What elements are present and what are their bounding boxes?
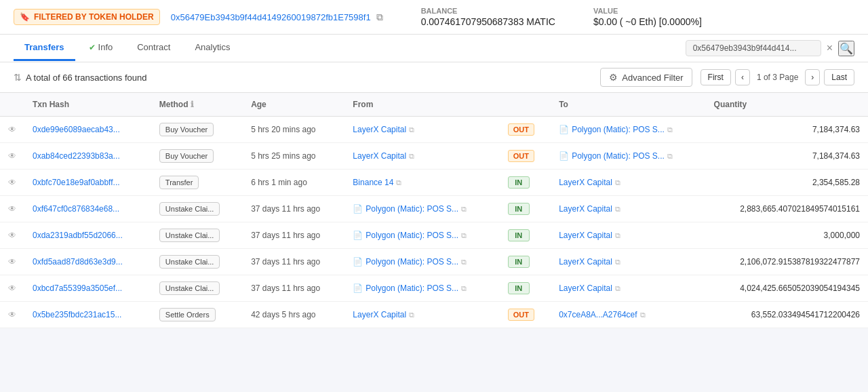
to-link[interactable]: LayerX Capital	[559, 283, 612, 293]
txn-hash-link[interactable]: 0xda2319adbf55d2066...	[33, 231, 123, 240]
method-badge: Unstake Clai...	[159, 202, 220, 216]
txn-hash-link[interactable]: 0xf647cf0c876834e68...	[33, 204, 119, 214]
direction-cell: IN	[500, 275, 551, 302]
doc-icon: 📄	[559, 125, 569, 134]
eye-cell[interactable]: 👁	[0, 170, 24, 196]
close-button[interactable]: ×	[827, 42, 833, 54]
nav-tabs: Transfers ✔ Info Contract Analytics	[14, 35, 241, 61]
col-eye	[0, 93, 24, 117]
copy-from-icon[interactable]: ⧉	[461, 205, 467, 214]
copy-to-icon[interactable]: ⧉	[615, 258, 620, 267]
txn-hash-link[interactable]: 0xbfc70e18e9af0abbff...	[33, 178, 120, 187]
copy-from-icon[interactable]: ⧉	[409, 125, 414, 134]
from-link[interactable]: LayerX Capital	[353, 125, 406, 134]
method-cell: Settle Orders	[151, 302, 243, 328]
col-method: Method ℹ	[151, 93, 243, 117]
eye-icon[interactable]: 👁	[8, 178, 16, 187]
hash-cell: 0xbcd7a55399a3505ef...	[24, 275, 151, 302]
eye-icon[interactable]: 👁	[8, 257, 16, 267]
eye-cell[interactable]: 👁	[0, 222, 24, 249]
copy-address-icon[interactable]: ⧉	[376, 12, 383, 23]
first-page-button[interactable]: First	[701, 69, 731, 85]
to-link[interactable]: LayerX Capital	[559, 257, 612, 267]
from-link[interactable]: Polygon (Matic): POS S...	[366, 257, 458, 267]
search-button[interactable]: 🔍	[838, 41, 854, 56]
to-link[interactable]: Polygon (Matic): POS S...	[572, 125, 665, 134]
quantity-cell: 7,184,374.63	[706, 143, 868, 170]
copy-to-icon[interactable]: ⧉	[615, 205, 620, 214]
direction-badge: IN	[508, 282, 530, 294]
eye-icon[interactable]: 👁	[8, 125, 16, 134]
doc-icon: 📄	[353, 204, 363, 214]
eye-cell[interactable]: 👁	[0, 275, 24, 302]
copy-from-icon[interactable]: ⧉	[396, 178, 401, 187]
tab-contract[interactable]: Contract	[126, 35, 181, 61]
to-link[interactable]: 0x7ceA8A...A2764cef	[559, 310, 637, 319]
copy-to-icon[interactable]: ⧉	[615, 178, 620, 187]
to-cell: 0x7ceA8A...A2764cef ⧉	[551, 302, 705, 328]
doc-icon: 📄	[353, 231, 363, 240]
table-row: 👁 0xbfc70e18e9af0abbff... Transfer 6 hrs…	[0, 170, 868, 196]
to-link[interactable]: Polygon (Matic): POS S...	[572, 151, 665, 161]
from-link[interactable]: LayerX Capital	[353, 310, 406, 319]
eye-icon[interactable]: 👁	[8, 231, 16, 240]
tab-analytics[interactable]: Analytics	[184, 35, 241, 61]
copy-from-icon[interactable]: ⧉	[409, 311, 414, 319]
col-from: From	[344, 93, 499, 117]
col-txn-hash: Txn Hash	[24, 93, 151, 117]
eye-cell[interactable]: 👁	[0, 249, 24, 275]
direction-cell: OUT	[500, 302, 551, 328]
direction-cell: OUT	[500, 117, 551, 143]
to-link[interactable]: LayerX Capital	[559, 231, 612, 240]
eye-cell[interactable]: 👁	[0, 302, 24, 328]
from-link[interactable]: Polygon (Matic): POS S...	[366, 231, 458, 240]
quantity-cell: 7,184,374.63	[706, 117, 868, 143]
toolbar-right: ⚙ Advanced Filter First ‹ 1 of 3 Page › …	[600, 68, 854, 87]
copy-to-icon[interactable]: ⧉	[615, 231, 620, 240]
age-cell: 37 days 11 hrs ago	[243, 196, 344, 222]
from-link[interactable]: Polygon (Matic): POS S...	[366, 204, 458, 214]
txn-hash-link[interactable]: 0xbcd7a55399a3505ef...	[33, 283, 122, 293]
copy-from-icon[interactable]: ⧉	[461, 258, 467, 267]
txn-hash-link[interactable]: 0x5be235fbdc231ac15...	[33, 310, 121, 319]
tab-info[interactable]: ✔ Info	[78, 35, 124, 61]
last-page-button[interactable]: Last	[824, 69, 854, 85]
advanced-filter-button[interactable]: ⚙ Advanced Filter	[600, 68, 692, 87]
quantity-cell: 2,883,665.407021849574015161	[706, 196, 868, 222]
copy-to-icon[interactable]: ⧉	[615, 284, 620, 293]
eye-icon[interactable]: 👁	[8, 283, 16, 293]
txn-hash-link[interactable]: 0xde99e6089aecab43...	[33, 125, 120, 134]
from-cell: 📄 Polygon (Matic): POS S... ⧉	[344, 275, 499, 302]
to-link[interactable]: LayerX Capital	[559, 204, 612, 214]
prev-page-button[interactable]: ‹	[735, 69, 750, 85]
eye-cell[interactable]: 👁	[0, 117, 24, 143]
copy-from-icon[interactable]: ⧉	[461, 284, 467, 293]
from-link[interactable]: Polygon (Matic): POS S...	[366, 283, 458, 293]
eye-icon[interactable]: 👁	[8, 310, 16, 319]
copy-to-icon[interactable]: ⧉	[667, 125, 673, 134]
eye-cell[interactable]: 👁	[0, 143, 24, 170]
eye-cell[interactable]: 👁	[0, 196, 24, 222]
eye-icon[interactable]: 👁	[8, 204, 16, 214]
quantity-cell: 2,106,072.915387819322477877	[706, 249, 868, 275]
from-link[interactable]: LayerX Capital	[353, 151, 406, 161]
next-page-button[interactable]: ›	[805, 69, 820, 85]
txn-hash-link[interactable]: 0xab84ced22393b83a...	[33, 151, 120, 161]
eye-icon[interactable]: 👁	[8, 151, 16, 161]
col-age: Age	[243, 93, 344, 117]
copy-to-icon[interactable]: ⧉	[667, 152, 673, 161]
tab-transfers[interactable]: Transfers	[14, 35, 75, 61]
filter-label: FILTERED BY TOKEN HOLDER	[34, 12, 154, 22]
doc-icon: 📄	[559, 151, 569, 161]
pagination: First ‹ 1 of 3 Page › Last	[701, 69, 854, 85]
copy-to-icon[interactable]: ⧉	[640, 311, 646, 319]
to-cell: 📄 Polygon (Matic): POS S... ⧉	[551, 117, 705, 143]
copy-from-icon[interactable]: ⧉	[409, 152, 414, 161]
token-address[interactable]: 0x56479Eb3943b9f44d4149260019872fb1E7598…	[171, 12, 371, 22]
from-link[interactable]: Binance 14	[353, 178, 393, 187]
to-link[interactable]: LayerX Capital	[559, 178, 612, 187]
copy-from-icon[interactable]: ⧉	[461, 231, 467, 240]
direction-cell: IN	[500, 196, 551, 222]
txn-hash-link[interactable]: 0xfd5aad87d8d63e3d9...	[33, 257, 123, 267]
address-block: 0x56479Eb3943b9f44d4149260019872fb1E7598…	[171, 12, 383, 23]
